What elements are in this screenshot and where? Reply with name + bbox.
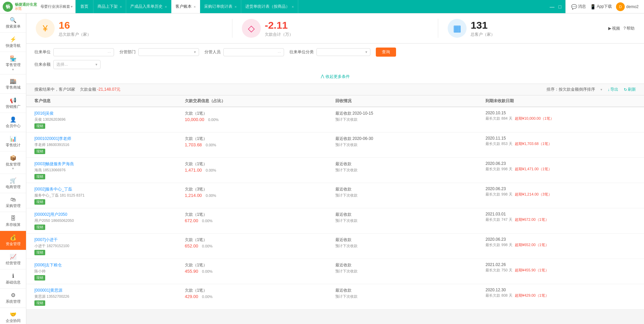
results-bar: 搜索结果中，客户16家 欠款金额 -21,148.07元 排序：按欠款金额倒序排…	[26, 84, 644, 95]
source-unit-input[interactable]: ···	[53, 48, 114, 56]
debt-amount-0: 10,000.00	[185, 117, 204, 122]
overdue-link-0[interactable]: 超期¥10,000.00（1笔）	[515, 116, 554, 120]
tab-purchase-order[interactable]: 采购订单统计表 ×	[200, 0, 241, 13]
win-minimize[interactable]: —	[550, 4, 554, 9]
system-mgmt-icon: ⚙	[1, 292, 25, 298]
sidebar-item-retail-mgmt[interactable]: 🏪 零售管理 ▲	[0, 52, 26, 75]
sidebar-item-marketing[interactable]: 📢 营销推广	[0, 94, 26, 113]
tab-customer-account[interactable]: 客户账本 ×	[171, 0, 200, 13]
tab-customer-account-close[interactable]: ×	[194, 5, 196, 9]
user-profile[interactable]: D demo2	[616, 2, 639, 11]
sidebar-item-retail-stats[interactable]: 📊 零售统计	[0, 132, 26, 151]
operations-mgmt-icon: 📈	[1, 254, 25, 260]
message-btn[interactable]: 💬 消息	[571, 4, 586, 9]
table-row: [000001]黄思源 黄思源 13552700226 现销 欠款（1笔） 42…	[26, 284, 644, 310]
store-dropdown-arrow: ▾	[71, 5, 73, 8]
table-row: [0006]去下粮仓 陈小帅 现销 欠款（1笔） 455.90 0.00% 最近…	[26, 259, 644, 284]
stat-actions: ▶ 视频 ? 帮助	[608, 26, 635, 31]
filter-row-1: 往来单位 ··· 分管部门 ▾ 分管人员	[34, 48, 636, 57]
customer-name-1[interactable]: [0001020001]李老师	[34, 136, 185, 142]
due-date-0: 2020.10.15	[485, 111, 636, 115]
table-row: [0002]服务中心_丁磊 服务中心_丁磊 181 0125 8371 现销 欠…	[26, 183, 644, 208]
sidebar-item-inventory[interactable]: 🗄 库存核算	[0, 212, 26, 231]
tab-home[interactable]: 首页	[76, 0, 93, 13]
tab-stock-stats-close[interactable]: ×	[292, 5, 294, 9]
batch-mgmt-icon: 📦	[10, 155, 17, 161]
top-right-area: — □	[545, 0, 565, 13]
balance-arrow-icon: ▾	[95, 62, 97, 67]
purchase-mgmt-icon: 🛍	[1, 197, 25, 203]
stat-debt-amount: ◇ -2.11 欠款合计（万）	[232, 19, 439, 38]
refresh-btn[interactable]: ↻ 刷新	[624, 87, 636, 92]
tab-stock-history[interactable]: 产成品入库单历史 ×	[126, 0, 171, 13]
tab-stock-history-close[interactable]: ×	[165, 5, 167, 9]
collapse-arrow-icon: ⋀	[321, 74, 324, 80]
sidebar: 🔍 搜索菜单 ⚡ 快捷导航 🏪 零售管理 ▲ 🏬 零售商城 📢 营销推广 �	[0, 13, 26, 324]
basic-info-icon: ℹ	[1, 273, 25, 279]
tab-products-close[interactable]: ×	[120, 5, 122, 9]
sidebar-item-member-center[interactable]: 👤 会员中心	[0, 113, 26, 132]
tab-products[interactable]: 商品上下架 ×	[93, 0, 126, 13]
results-summary: 搜索结果中，客户16家 欠款金额 -21,148.07元	[34, 87, 120, 92]
retail-mall-icon: 🏬	[1, 78, 25, 84]
main-content: ¥ 16 总欠款客户（家） ◇ -2.11 欠款合计（万） ▦	[26, 13, 644, 324]
video-btn[interactable]: ▶ 视频	[608, 26, 620, 31]
sidebar-item-search[interactable]: 🔍 搜索菜单	[0, 13, 26, 33]
tab-purchase-close[interactable]: ×	[234, 5, 236, 9]
win-maximize[interactable]: □	[558, 4, 561, 9]
store-selector[interactable]: 母婴行业演示账套 ▾	[40, 4, 73, 9]
customer-contact-1: 李老师 18600391516	[34, 142, 185, 147]
overdue-link-6[interactable]: 超期¥455.90（1笔）	[515, 268, 549, 272]
customer-name-6[interactable]: [0006]去下粮仓	[34, 262, 185, 268]
customer-name-3[interactable]: [0002]服务中心_丁磊	[34, 186, 185, 192]
avatar: D	[616, 2, 625, 11]
export-btn[interactable]: ↓ 导出	[608, 87, 618, 92]
overdue-link-1[interactable]: 超期¥1,703.68（1笔）	[515, 142, 552, 146]
stats-header: ¥ 16 总欠款客户（家） ◇ -2.11 欠款合计（万） ▦	[26, 13, 644, 43]
ecom-mgmt-icon: 🛒	[1, 177, 25, 184]
help-btn[interactable]: ? 帮助	[623, 26, 635, 31]
debt-count-0: 欠款（1笔）	[185, 111, 335, 116]
search-icon: 🔍	[1, 17, 25, 23]
sidebar-item-enterprise-collab[interactable]: 🤝 企业协同	[0, 308, 26, 324]
tab-stock-stats[interactable]: 进货单统计表（按商品） ×	[241, 0, 298, 13]
customer-name-2[interactable]: [0003]畅捷服务尹海燕	[34, 161, 185, 167]
quick-nav-icon: ⚡	[1, 36, 25, 42]
unit-category-select[interactable]: ▾	[316, 48, 370, 56]
sidebar-item-batch-mgmt[interactable]: 📦 批发管理 ▼	[0, 151, 26, 174]
overdue-link-5[interactable]: 超期¥652.00（1笔）	[515, 243, 549, 247]
overdue-link-4[interactable]: 超期¥672.00（1笔）	[515, 217, 549, 222]
table-header: 客户信息 欠款交易信息（占比） 回收情况 到期未收款日期	[26, 95, 644, 107]
stat-debt-customers-icon: ¥	[36, 19, 55, 38]
sidebar-item-retail-mall[interactable]: 🏬 零售商城	[0, 75, 26, 94]
overdue-link-3[interactable]: 超期¥1,214.00（3笔）	[515, 192, 552, 196]
stat-total-customers-icon: ▦	[448, 19, 467, 38]
sort-label: 排序：按欠款金额倒序排序	[547, 87, 595, 92]
sidebar-item-finance-mgmt[interactable]: 💰 资金管理	[0, 231, 26, 250]
table-row: [0001020001]李老师 李老师 18600391516 现销 欠款（1笔…	[26, 132, 644, 158]
sidebar-item-system-mgmt[interactable]: ⚙ 系统管理	[0, 289, 26, 308]
customer-name-7[interactable]: [000001]黄思源	[34, 288, 185, 293]
customer-name-5[interactable]: [0007]小进干	[34, 237, 185, 243]
sidebar-item-operations-mgmt[interactable]: 📈 经营管理	[0, 250, 26, 269]
dept-label: 分管部门	[119, 49, 136, 55]
overdue-link-7[interactable]: 超期¥429.00（1笔）	[515, 293, 549, 297]
stat-debt-amount-icon: ◇	[242, 19, 261, 38]
collapse-btn[interactable]: ⋀ 收起更多条件	[34, 72, 636, 82]
search-button[interactable]: 查询	[376, 48, 396, 57]
sidebar-item-quick-nav[interactable]: ⚡ 快捷导航	[0, 33, 26, 52]
app-download-btn[interactable]: 📱 App下载	[590, 4, 612, 9]
sidebar-item-ecom-mgmt[interactable]: 🛒 电商管理	[0, 174, 26, 193]
sidebar-item-basic-info[interactable]: ℹ 基础信息	[0, 269, 26, 289]
stat-debt-amount-value: -2.11	[265, 20, 293, 31]
retail-mgmt-arrow: ▲	[11, 67, 15, 71]
dept-select[interactable]: ▾	[138, 48, 199, 56]
overdue-link-2[interactable]: 超期¥1,471.00（1笔）	[515, 167, 552, 171]
stat-debt-amount-label: 欠款合计（万）	[265, 32, 293, 37]
manager-input[interactable]: ···	[223, 48, 284, 56]
sidebar-item-purchase-mgmt[interactable]: 🛍 采购管理	[0, 193, 26, 212]
inventory-icon: 🗄	[1, 215, 25, 222]
customer-name-0[interactable]: [0016]吴俊	[34, 111, 185, 116]
balance-select[interactable]: 选择... ▾	[53, 60, 101, 69]
customer-name-4[interactable]: [000002]用户2050	[34, 212, 185, 217]
